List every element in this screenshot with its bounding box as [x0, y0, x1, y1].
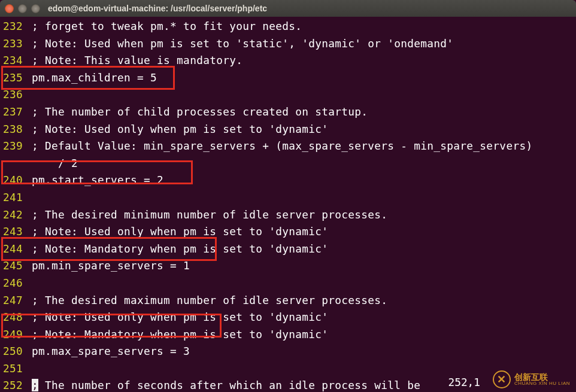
code-line: 246 — [0, 275, 576, 292]
watermark-logo-icon: ✕ — [493, 370, 511, 388]
code-line: 251 — [0, 360, 576, 378]
code-line: 236 — [0, 86, 576, 104]
line-number: 235 — [0, 69, 25, 87]
line-text: pm.max_children = 5 — [25, 71, 157, 84]
line-text: ; Note: Used only when pm is set to 'dyn… — [25, 123, 328, 135]
watermark-text-py: CHUANG XIN HU LIAN — [514, 381, 570, 386]
code-line: 243 ; Note: Used only when pm is set to … — [0, 223, 576, 241]
line-text: ; Note: Mandatory when pm is set to 'dyn… — [25, 328, 328, 341]
line-text — [25, 88, 32, 101]
window-title: edom@edom-virtual-machine: /usr/local/se… — [48, 4, 267, 13]
code-line: 234 ; Note: This value is mandatory. — [0, 52, 576, 69]
line-text: ; Note: Mandatory when pm is set to 'dyn… — [25, 242, 328, 255]
line-number: 232 — [0, 18, 25, 35]
line-number: 252 — [0, 377, 25, 392]
line-text: ; The number of child processes created … — [25, 105, 368, 118]
line-text: ; Note: Used when pm is set to 'static',… — [25, 37, 453, 50]
line-number: 245 — [0, 257, 25, 275]
line-number: 248 — [0, 309, 25, 326]
code-line: 245 pm.min_spare_servers = 1 — [0, 257, 576, 275]
line-number: 239 — [0, 138, 25, 155]
line-number: 249 — [0, 326, 25, 344]
code-line: 244 ; Note: Mandatory when pm is set to … — [0, 241, 576, 258]
vim-status-position: 252,1 — [448, 376, 480, 388]
minimize-icon[interactable] — [18, 4, 27, 13]
line-text: ; forget to tweak pm.* to fit your needs… — [25, 20, 302, 32]
terminal-content[interactable]: 232 ; forget to tweak pm.* to fit your n… — [0, 17, 576, 392]
code-line: 241 — [0, 189, 576, 206]
code-line: 238 ; Note: Used only when pm is set to … — [0, 121, 576, 138]
line-number: 242 — [0, 206, 25, 224]
line-number: 247 — [0, 292, 25, 309]
line-text: / 2 — [25, 157, 78, 169]
line-text: pm.min_spare_servers = 1 — [25, 259, 190, 272]
line-text: ; Note: This value is mandatory. — [25, 54, 242, 66]
code-line: 240 pm.start_servers = 2 — [0, 172, 576, 189]
watermark-text-cn: 创新互联 — [514, 373, 570, 381]
code-line: 237 ; The number of child processes crea… — [0, 104, 576, 121]
code-line: 242 ; The desired minimum number of idle… — [0, 206, 576, 224]
line-text — [25, 191, 32, 203]
code-line: 250 pm.max_spare_servers = 3 — [0, 343, 576, 360]
code-line: 233 ; Note: Used when pm is set to 'stat… — [0, 35, 576, 53]
line-text — [25, 276, 32, 289]
code-line: 247 ; The desired maximum number of idle… — [0, 292, 576, 309]
line-text: ; Note: Used only when pm is set to 'dyn… — [25, 311, 328, 323]
code-line: / 2 — [0, 155, 576, 172]
line-number: 240 — [0, 172, 25, 189]
code-line: 252 ; The number of seconds after which … — [0, 377, 576, 392]
code-line: 232 ; forget to tweak pm.* to fit your n… — [0, 18, 576, 35]
line-number: 236 — [0, 86, 25, 104]
code-line: 249 ; Note: Mandatory when pm is set to … — [0, 326, 576, 344]
line-text: ; The desired maximum number of idle ser… — [25, 294, 387, 306]
maximize-icon[interactable] — [31, 4, 40, 13]
line-number: 246 — [0, 275, 25, 292]
close-icon[interactable] — [5, 4, 14, 13]
line-number: 243 — [0, 223, 25, 241]
line-text: pm.max_spare_servers = 3 — [25, 345, 190, 357]
line-number: 244 — [0, 241, 25, 258]
line-text: The number of seconds after which an idl… — [38, 379, 427, 391]
line-text: ; The desired minimum number of idle ser… — [25, 208, 387, 221]
line-number: 251 — [0, 360, 25, 378]
line-text — [25, 379, 32, 391]
line-number: 238 — [0, 121, 25, 138]
window-titlebar: edom@edom-virtual-machine: /usr/local/se… — [0, 0, 576, 17]
line-text: ; Note: Used only when pm is set to 'dyn… — [25, 225, 328, 238]
line-number: 241 — [0, 189, 25, 206]
code-line: 239 ; Default Value: min_spare_servers +… — [0, 138, 576, 155]
cursor: ; — [32, 379, 38, 391]
watermark: ✕ 创新互联 CHUANG XIN HU LIAN — [493, 370, 570, 388]
line-text: ; Default Value: min_spare_servers + (ma… — [25, 139, 532, 152]
line-number: 250 — [0, 343, 25, 360]
line-number: 233 — [0, 35, 25, 53]
line-text: pm.start_servers = 2 — [25, 174, 163, 186]
line-text — [25, 362, 32, 375]
code-line: 248 ; Note: Used only when pm is set to … — [0, 309, 576, 326]
line-number: 237 — [0, 104, 25, 121]
code-line: 235 pm.max_children = 5 — [0, 69, 576, 87]
line-number: 234 — [0, 52, 25, 69]
